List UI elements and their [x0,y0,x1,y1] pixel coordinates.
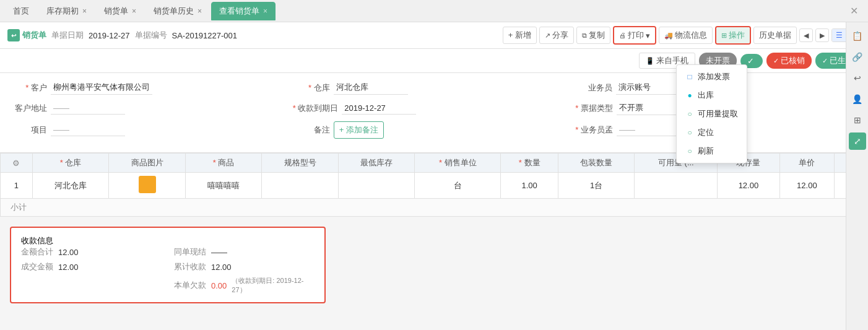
row-spec [262,173,339,199]
address-field: 客户地址 —— [10,102,293,115]
tab-view-sales-label: 查看销货单 [219,6,259,17]
row-pack-qty[interactable]: 1台 [558,173,635,199]
col-gear[interactable]: ⚙ [1,154,33,173]
menu-locate[interactable]: ○ 定位 [677,123,747,142]
tab-history[interactable]: 销货单历史 × [145,2,210,20]
settlement-label: 同单现结 [174,246,206,258]
payment-info-box: 收款信息 金额合计 12.00 同单现结 —— 成交金额 12.00 累计收款 … [10,227,326,303]
cancelled-btn[interactable]: ✓ 已核销 [766,53,812,69]
customer-value[interactable]: 柳州粤港平安气体有限公司 [51,80,152,95]
print-arrow[interactable]: ▾ [646,31,650,40]
balance-label: 本单欠款 [174,280,206,291]
window-close-button[interactable]: ✕ [845,2,863,19]
row-unit[interactable]: 台 [415,173,501,199]
logistics-label: 物流信息 [675,30,707,41]
doc-no-label: 单据编号 [135,30,167,41]
add-remark-label: + 添加备注 [339,124,378,136]
confirm-icon: ✓ [747,56,754,66]
copy-label: 复制 [589,30,605,41]
transaction-row: 成交金额 12.00 [21,261,162,272]
tab-sales-close[interactable]: × [132,7,136,15]
col-spec: 规格型号 [262,154,339,173]
menu-refresh[interactable]: ○ 刷新 [677,142,747,160]
menu-add-invoice[interactable]: □ 添加发票 [677,67,747,86]
menu-outbound[interactable]: ● 出库 [677,86,747,105]
tab-view-sales[interactable]: 查看销货单 × [211,2,276,20]
col-warehouse: 仓库 [32,154,109,173]
settlement-row: 同单现结 —— [174,246,315,258]
payment-date-field: 收款到期日 2019-12-27 [293,102,576,115]
toolbar-left: ↩ 销货单 单据日期 2019-12-27 单据编号 SA-20191227-0… [7,29,499,41]
sidebar-btn-3[interactable]: ↩ [849,69,866,87]
payment-grid: 金额合计 12.00 同单现结 —— 成交金额 12.00 累计收款 12.00 [21,246,315,295]
row-current-stock: 12.00 [718,173,779,199]
logistics-button[interactable]: 🚚 物流信息 [659,27,713,44]
balance-row: 本单欠款 0.00 （收款到期日: 2019-12-27） [174,276,315,295]
doc-date-label: 单据日期 [51,30,84,41]
menu-available-extract[interactable]: ○ 可用量提取 [677,105,747,123]
payment-date-label: 收款到期日 [293,103,339,114]
tab-inventory[interactable]: 库存期初 × [38,2,95,20]
row-unit-price[interactable]: 12.00 [779,173,835,199]
print-button[interactable]: 🖨 打印 ▾ [614,27,655,43]
tab-inventory-label: 库存期初 [46,6,79,17]
doc-icon: ↩ [7,29,20,41]
sidebar-btn-4[interactable]: 👤 [849,90,866,108]
tab-sales[interactable]: 销货单 × [96,2,144,20]
outbound-icon: ● [685,91,694,100]
tab-history-label: 销货单历史 [154,6,194,17]
row-warehouse[interactable]: 河北仓库 [32,173,109,199]
tab-view-sales-close[interactable]: × [263,7,267,15]
warehouse-label: 仓库 [293,82,330,93]
locate-icon: ○ [685,128,694,137]
salesperson-label: 业务员孟 [575,124,613,136]
warehouse-value[interactable]: 河北仓库 [334,80,408,95]
right-sidebar: 📋 🔗 ↩ 👤 ⊞ ⤢ [846,22,868,330]
gear-icon: ⚙ [12,158,20,168]
cumulative-row: 累计收款 12.00 [174,261,315,272]
payment-date-value[interactable]: 2019-12-27 [342,102,416,115]
next-button[interactable]: ▶ [815,28,829,42]
row-product[interactable]: 嘻嘻嘻嘻 [185,173,262,199]
row-min-stock [338,173,415,199]
tab-history-close[interactable]: × [197,7,202,15]
operations-button[interactable]: ⊞ 操作 [716,27,750,43]
sidebar-btn-expand[interactable]: ⤢ [849,132,866,150]
sidebar-btn-1[interactable]: 📋 [849,27,866,45]
available-icon: ○ [685,110,694,118]
cumulative-label: 累计收款 [174,261,206,272]
doc-no-value: SA-20191227-001 [172,31,238,40]
doc-type-label: 销货单 [22,30,46,41]
toolbar: ↩ 销货单 单据日期 2019-12-27 单据编号 SA-20191227-0… [0,22,868,49]
project-label: 项目 [10,124,47,136]
project-field: 项目 —— [10,124,293,136]
add-remark-button[interactable]: + 添加备注 [334,121,384,139]
col-product: 商品 [185,154,262,173]
history-button[interactable]: 历史单据 [753,27,797,44]
refresh-icon: ○ [685,147,694,155]
view-list-button[interactable]: ☰ [832,29,846,41]
staff-label: 业务员 [575,82,612,93]
row-qty[interactable]: 1.00 [501,173,558,199]
history-label: 历史单据 [759,30,791,41]
col-unit: 销售单位 [415,154,501,173]
share-label: 分享 [552,30,568,41]
total-label: 金额合计 [21,246,53,258]
operations-highlight: ⊞ 操作 [715,26,751,45]
project-value: —— [51,124,125,136]
tab-home[interactable]: 首页 [5,2,37,20]
copy-button[interactable]: ⧉ 复制 [576,27,610,44]
tab-home-label: 首页 [13,6,29,17]
cancelled-label: 已核销 [781,55,805,66]
remark-label: 备注 [293,124,330,136]
sidebar-btn-2[interactable]: 🔗 [849,48,866,66]
table-row: 1 河北仓库 嘻嘻嘻嘻 台 1.00 1台 12.00 12.00 0. [1,173,868,199]
add-label: + 新增 [508,30,531,41]
subtotal-label: 小计 [11,202,27,212]
sidebar-btn-5[interactable]: ⊞ [849,111,866,129]
tab-inventory-close[interactable]: × [82,7,87,15]
add-button[interactable]: + 新增 [503,27,537,44]
share-button[interactable]: ↗ 分享 [539,27,574,44]
row-seq: 1 [1,173,33,199]
prev-button[interactable]: ◀ [799,28,813,42]
